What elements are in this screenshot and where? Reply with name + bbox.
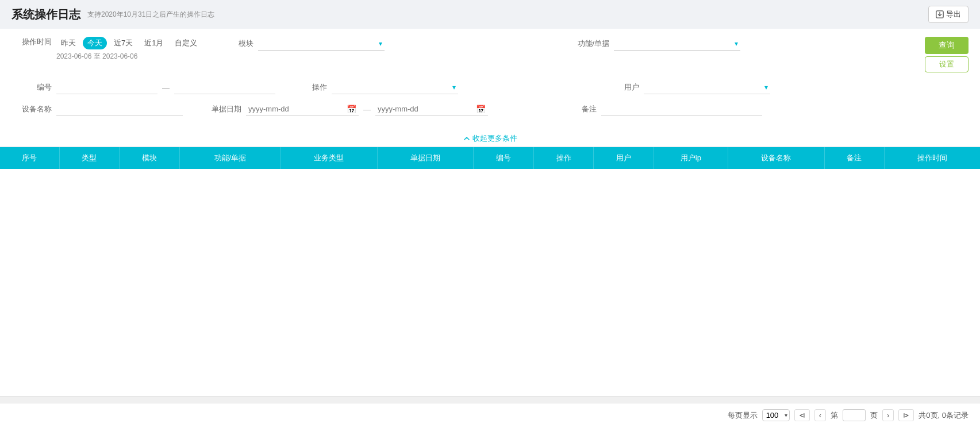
function-select-wrapper: ▾ <box>614 37 740 51</box>
next-page-button[interactable]: › <box>882 409 894 421</box>
number-start-input[interactable] <box>56 80 157 94</box>
device-input[interactable] <box>56 102 183 116</box>
user-select[interactable] <box>644 80 770 94</box>
last-page-button[interactable]: ⊳ <box>898 409 914 421</box>
col-module: 模块 <box>120 147 179 169</box>
date-dash: — <box>363 105 371 114</box>
remark-label: 备注 <box>556 104 597 114</box>
calendar-start-icon[interactable]: 📅 <box>347 105 356 114</box>
prev-page-button[interactable]: ‹ <box>814 409 826 421</box>
collapse-row: 收起更多条件 <box>11 129 969 146</box>
export-icon <box>936 10 944 18</box>
function-label: 功能/单据 <box>569 39 609 49</box>
number-end-input[interactable] <box>174 80 275 94</box>
user-label: 用户 <box>599 82 639 93</box>
pagination-bar: 每页显示 100 50 200 ▾ ⊲ ‹ 第 1 页 › ⊳ 共0页, 0条记… <box>0 403 980 427</box>
page-title: 系统操作日志 <box>11 7 80 22</box>
custom-btn[interactable]: 自定义 <box>170 37 202 49</box>
col-user: 用户 <box>594 147 654 169</box>
col-biztype: 业务类型 <box>281 147 378 169</box>
last1month-btn[interactable]: 近1月 <box>140 37 168 49</box>
voucher-date-end-wrapper: 📅 <box>375 102 488 116</box>
filter-row-3: 设备名称 单据日期 📅 — 📅 备注 <box>11 102 969 121</box>
export-button[interactable]: 导出 <box>928 6 969 23</box>
col-voucherdate: 单据日期 <box>377 147 474 169</box>
number-label: 编号 <box>11 82 52 93</box>
time-label: 操作时间 <box>11 37 52 47</box>
col-operation: 操作 <box>533 147 593 169</box>
page-header: 系统操作日志 支持2020年10月31日之后产生的操作日志 导出 <box>0 0 980 29</box>
col-type: 类型 <box>59 147 119 169</box>
page-subtitle: 支持2020年10月31日之后产生的操作日志 <box>87 10 214 20</box>
settings-button[interactable]: 设置 <box>925 56 969 72</box>
user-select-wrapper: ▾ <box>644 80 770 94</box>
filter-row-2: 编号 — 操作 ▾ 用户 <box>11 80 969 94</box>
remark-input[interactable] <box>601 102 762 116</box>
col-devicename: 设备名称 <box>728 147 824 169</box>
pagination-summary: 共0页, 0条记录 <box>918 410 969 421</box>
operation-select[interactable] <box>332 80 458 94</box>
device-label: 设备名称 <box>11 104 52 114</box>
voucher-date-start-input[interactable] <box>246 102 359 116</box>
table-container: 序号 类型 模块 功能/单据 业务类型 单据日期 编号 操作 用户 用户ip 设… <box>0 147 980 396</box>
page-label: 第 <box>831 410 838 421</box>
collapse-button[interactable]: 收起更多条件 <box>463 133 517 144</box>
page-size-label: 每页显示 <box>728 410 758 421</box>
page-size-select[interactable]: 100 50 200 <box>762 409 790 421</box>
page-number-input[interactable]: 1 <box>843 409 866 421</box>
today-btn[interactable]: 今天 <box>83 37 107 49</box>
col-userip: 用户ip <box>654 147 728 169</box>
page-size-wrapper: 100 50 200 ▾ <box>762 409 790 421</box>
filter-section: 操作时间 昨天 今天 近7天 近1月 自定义 2023-06-06 至 2023… <box>0 29 980 146</box>
page-unit: 页 <box>870 410 878 421</box>
data-table: 序号 类型 模块 功能/单据 业务类型 单据日期 编号 操作 用户 用户ip 设… <box>0 147 980 169</box>
horizontal-scrollbar[interactable] <box>0 396 980 403</box>
col-function: 功能/单据 <box>179 147 280 169</box>
filter-row-1: 操作时间 昨天 今天 近7天 近1月 自定义 2023-06-06 至 2023… <box>11 37 969 72</box>
voucher-date-end-input[interactable] <box>375 102 488 116</box>
time-buttons: 昨天 今天 近7天 近1月 自定义 <box>56 37 202 49</box>
yesterday-btn[interactable]: 昨天 <box>56 37 80 49</box>
col-number: 编号 <box>474 147 533 169</box>
col-optime: 操作时间 <box>884 147 980 169</box>
query-button[interactable]: 查询 <box>925 37 969 54</box>
function-select[interactable] <box>614 37 740 51</box>
calendar-end-icon[interactable]: 📅 <box>476 105 486 114</box>
operation-select-wrapper: ▾ <box>332 80 458 94</box>
first-page-button[interactable]: ⊲ <box>794 409 810 421</box>
voucher-date-label: 单据日期 <box>201 104 241 114</box>
number-dash: — <box>162 83 170 92</box>
voucher-date-start-wrapper: 📅 <box>246 102 359 116</box>
table-header-row: 序号 类型 模块 功能/单据 业务类型 单据日期 编号 操作 用户 用户ip 设… <box>0 147 980 169</box>
page-container: 系统操作日志 支持2020年10月31日之后产生的操作日志 导出 操作时间 昨天… <box>0 0 980 427</box>
action-buttons: 查询 设置 <box>925 37 969 72</box>
last7-btn[interactable]: 近7天 <box>109 37 137 49</box>
chevron-up-icon <box>463 135 470 142</box>
module-select-wrapper: ▾ <box>258 37 385 51</box>
col-remark: 备注 <box>824 147 884 169</box>
module-label: 模块 <box>213 39 253 49</box>
module-select[interactable] <box>258 37 385 51</box>
col-seq: 序号 <box>0 147 59 169</box>
operation-label: 操作 <box>287 82 327 93</box>
time-range-text: 2023-06-06 至 2023-06-06 <box>56 52 202 61</box>
